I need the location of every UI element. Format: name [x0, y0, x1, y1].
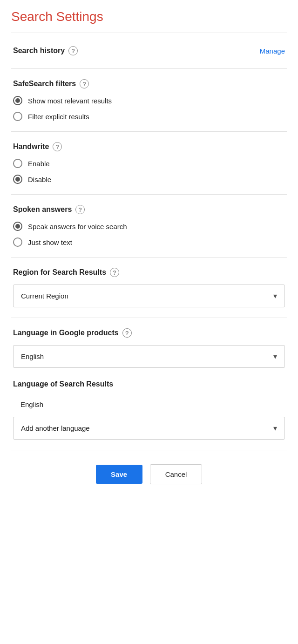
region-section: Region for Search Results ? Current Regi… [11, 258, 287, 318]
button-row: Save Cancel [11, 450, 287, 489]
handwrite-option-2[interactable]: Disable [13, 175, 285, 184]
spoken-option-2[interactable]: Just show text [13, 237, 285, 247]
handwrite-radio-2[interactable] [13, 175, 22, 184]
add-language-dropdown[interactable]: Add another language ▾ [13, 417, 285, 440]
handwrite-label-2: Disable [28, 176, 51, 183]
spoken-label-1: Speak answers for voice search [28, 223, 127, 230]
safesearch-option-1[interactable]: Show most relevant results [13, 96, 285, 105]
spoken-answers-title: Spoken answers [13, 205, 72, 214]
save-button[interactable]: Save [96, 465, 142, 484]
search-history-left: Search history ? [13, 46, 78, 55]
handwrite-title: Handwrite [13, 142, 49, 151]
region-dropdown-arrow-icon: ▾ [273, 291, 277, 300]
language-google-title: Language in Google products [13, 329, 119, 337]
spoken-answers-header: Spoken answers ? [13, 205, 285, 214]
region-dropdown-value: Current Region [21, 292, 68, 300]
safesearch-label-1: Show most relevant results [28, 97, 112, 105]
search-history-label: Search history [13, 47, 65, 55]
language-google-dropdown[interactable]: English ▾ [13, 345, 285, 368]
region-dropdown[interactable]: Current Region ▾ [13, 285, 285, 307]
language-google-section: Language in Google products ? English ▾ [11, 318, 287, 378]
language-google-help-icon[interactable]: ? [122, 328, 132, 338]
safesearch-option-2[interactable]: Filter explicit results [13, 112, 285, 121]
add-language-arrow-icon: ▾ [273, 424, 277, 433]
search-history-help-icon[interactable]: ? [68, 46, 78, 55]
handwrite-section: Handwrite ? Enable Disable [11, 132, 287, 194]
spoken-answers-section: Spoken answers ? Speak answers for voice… [11, 195, 287, 257]
spoken-radio-2[interactable] [13, 237, 22, 247]
handwrite-radio-1[interactable] [13, 159, 22, 168]
spoken-option-1[interactable]: Speak answers for voice search [13, 222, 285, 231]
manage-link[interactable]: Manage [260, 47, 285, 55]
language-results-header: Language of Search Results [13, 380, 285, 388]
safesearch-header: SafeSearch filters ? [13, 79, 285, 88]
language-results-value: English [13, 396, 285, 413]
language-results-section: Language of Search Results English Add a… [11, 378, 287, 450]
handwrite-help-icon[interactable]: ? [53, 142, 62, 151]
region-title: Region for Search Results [13, 268, 106, 277]
spoken-answers-help-icon[interactable]: ? [75, 205, 85, 214]
handwrite-radio-dot-2 [15, 177, 20, 182]
page-title: Search Settings [11, 9, 287, 24]
region-header: Region for Search Results ? [13, 268, 285, 277]
spoken-radio-1[interactable] [13, 222, 22, 231]
add-language-label: Add another language [21, 424, 90, 432]
language-results-title: Language of Search Results [13, 380, 113, 388]
safesearch-label-2: Filter explicit results [28, 113, 89, 121]
language-google-header: Language in Google products ? [13, 328, 285, 338]
region-help-icon[interactable]: ? [110, 268, 119, 277]
language-google-dropdown-value: English [21, 353, 44, 360]
language-google-dropdown-arrow-icon: ▾ [273, 352, 277, 361]
safesearch-title: SafeSearch filters [13, 80, 76, 88]
safesearch-radio-dot-1 [15, 98, 20, 103]
handwrite-header: Handwrite ? [13, 142, 285, 151]
spoken-label-2: Just show text [28, 238, 72, 246]
handwrite-label-1: Enable [28, 160, 50, 168]
search-history-section: Search history ? Manage [11, 33, 287, 68]
safesearch-radio-1[interactable] [13, 96, 22, 105]
safesearch-section: SafeSearch filters ? Show most relevant … [11, 69, 287, 131]
spoken-radio-dot-1 [15, 224, 20, 229]
safesearch-help-icon[interactable]: ? [80, 79, 89, 88]
safesearch-radio-2[interactable] [13, 112, 22, 121]
cancel-button[interactable]: Cancel [150, 464, 203, 484]
handwrite-option-1[interactable]: Enable [13, 159, 285, 168]
